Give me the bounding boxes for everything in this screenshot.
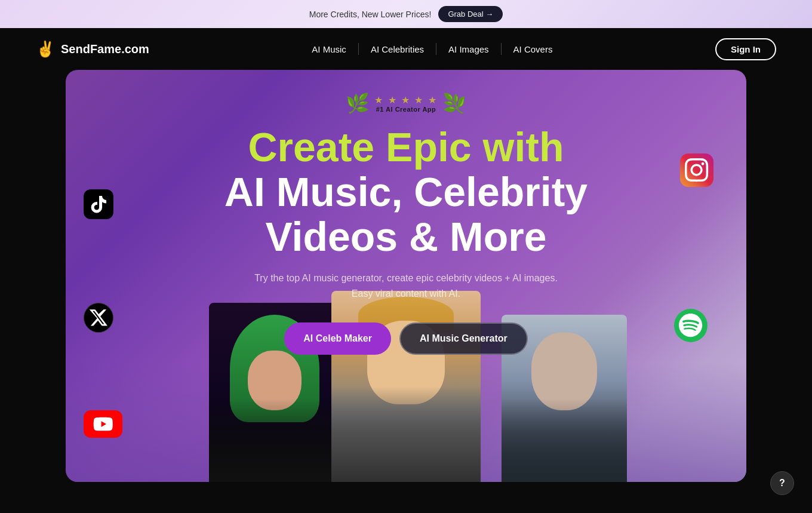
rating-badge: 🌿 ★ ★ ★ ★ ★ #1 AI Creator App 🌿 <box>346 94 466 113</box>
star-rating: ★ ★ ★ ★ ★ <box>374 94 438 106</box>
laurel-left: 🌿 <box>346 94 370 113</box>
nav-item-ai-music[interactable]: AI Music <box>300 39 358 59</box>
grab-deal-button[interactable]: Grab Deal → <box>438 6 503 22</box>
help-button[interactable]: ? <box>770 471 794 495</box>
headline-white-2: Videos & More <box>66 214 746 259</box>
header: ✌️ SendFame.com AI Music AI Celebrities … <box>0 28 812 70</box>
hero-section: 🌿 ★ ★ ★ ★ ★ #1 AI Creator App 🌿 Create E… <box>66 70 746 482</box>
cta-buttons: AI Celeb Maker AI Music Generator <box>66 322 746 355</box>
nav-item-ai-celebrities[interactable]: AI Celebrities <box>359 39 436 59</box>
hero-subtitle: Try the top AI music generator, create e… <box>233 271 579 301</box>
nav-item-ai-images[interactable]: AI Images <box>436 39 501 59</box>
hero-content: 🌿 ★ ★ ★ ★ ★ #1 AI Creator App 🌿 Create E… <box>66 70 746 355</box>
headline-white-1: AI Music, Celebrity <box>66 170 746 214</box>
logo-text: SendFame.com <box>61 42 149 56</box>
laurel-right: 🌿 <box>442 94 466 113</box>
sign-in-button[interactable]: Sign In <box>715 38 776 60</box>
logo-icon: ✌️ <box>36 40 55 59</box>
main-nav: AI Music AI Celebrities AI Images AI Cov… <box>300 39 564 59</box>
nav-item-ai-covers[interactable]: AI Covers <box>502 39 565 59</box>
banner-text: More Credits, New Lower Prices! <box>309 10 432 19</box>
headline-color: Create Epic with <box>66 125 746 170</box>
logo[interactable]: ✌️ SendFame.com <box>36 40 149 59</box>
youtube-icon <box>84 410 122 438</box>
help-icon: ? <box>779 478 785 489</box>
badge-label: #1 AI Creator App <box>374 106 438 113</box>
top-banner: More Credits, New Lower Prices! Grab Dea… <box>0 0 812 28</box>
ai-celeb-maker-button[interactable]: AI Celeb Maker <box>284 322 391 355</box>
ai-music-generator-button[interactable]: AI Music Generator <box>399 322 528 355</box>
